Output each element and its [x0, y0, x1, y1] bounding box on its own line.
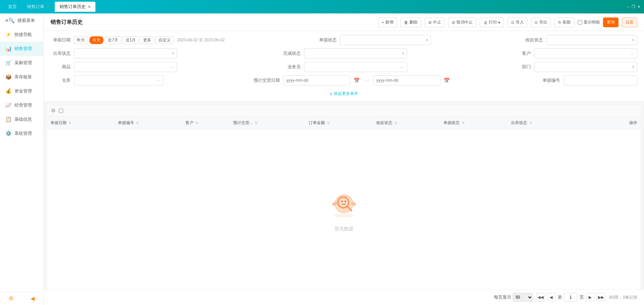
prev-page-btn[interactable]: ◀: [547, 293, 556, 302]
tab-sales-order[interactable]: 销售订单 ✕: [22, 2, 54, 12]
new-icon: +: [382, 20, 384, 25]
minimize-btn[interactable]: ─: [627, 4, 630, 9]
col-out-status-sort[interactable]: ⇅: [529, 121, 532, 125]
new-button[interactable]: + 新增: [378, 17, 397, 27]
per-page-label: 每页显示: [494, 294, 511, 300]
col-date[interactable]: 单据日期 ⇅: [47, 117, 115, 129]
refresh-button-label: 刷新: [563, 20, 571, 25]
expected-date-start[interactable]: [283, 75, 350, 85]
sidebar-item-quick-nav[interactable]: ⚡ 快捷导航: [0, 28, 43, 42]
goods-dots[interactable]: ···: [170, 64, 174, 70]
sidebar-item-purchase-mgmt[interactable]: 🛒 采购管理: [0, 56, 43, 70]
query-button[interactable]: 查询: [603, 17, 618, 27]
payment-status-select[interactable]: ▾: [546, 35, 637, 45]
stop-button-label: 中止: [433, 20, 441, 25]
sidebar-item-operations[interactable]: 📈 经营管理: [0, 98, 43, 112]
col-customer-sort[interactable]: ⇅: [196, 121, 198, 125]
select-all-checkbox[interactable]: [59, 109, 63, 113]
col-payment-status-sort[interactable]: ⇅: [394, 121, 397, 125]
sidebar-item-basic-info-label: 基础信息: [14, 116, 32, 122]
restore-btn[interactable]: ❐: [632, 4, 635, 9]
page-number-input[interactable]: [564, 293, 577, 302]
date-btn-more[interactable]: 更多: [140, 36, 154, 44]
stop-button[interactable]: ⊘ 中止: [425, 17, 445, 27]
bill-status-select[interactable]: ▾: [340, 35, 431, 45]
show-details-checkbox-label[interactable]: 显示明细: [578, 20, 600, 25]
col-customer[interactable]: 客户 ⇅: [182, 117, 230, 129]
col-payment-status-label: 收款状态: [376, 120, 392, 125]
sidebar-item-finance[interactable]: 💰 资金管理: [0, 84, 43, 98]
col-expected-date-sort[interactable]: ⇅: [255, 121, 257, 125]
top-bar: 首页 销售订单 ✕ 销售订单历史 ✕ ─ ❐ ✕: [0, 0, 644, 13]
tab-sales-order-history-close[interactable]: ✕: [88, 5, 91, 9]
next-page-btn[interactable]: ▶: [586, 293, 595, 302]
sidebar-item-basic-info[interactable]: 📋 基础信息: [0, 112, 43, 126]
collapse-bar[interactable]: ∧ 收起更多条件: [50, 89, 637, 97]
col-out-status[interactable]: 出库状态 ⇅: [508, 117, 575, 129]
salesperson-select[interactable]: ···: [304, 62, 407, 72]
page-title: 销售订单历史: [50, 19, 83, 26]
delete-button[interactable]: 🗑 删除: [400, 17, 421, 27]
show-details-checkbox[interactable]: [578, 20, 582, 25]
sidebar-item-sales-mgmt[interactable]: 📊 销售管理: [0, 42, 43, 56]
sidebar-item-sales-mgmt-label: 销售管理: [14, 46, 32, 52]
settings-button[interactable]: 设置: [622, 17, 637, 27]
print-button[interactable]: 🖨 打印 ▾: [480, 17, 504, 27]
last-page-btn[interactable]: ▶▶: [597, 293, 605, 302]
col-bill-status-sort[interactable]: ⇅: [462, 121, 465, 125]
operations-icon: 📈: [5, 102, 12, 108]
date-label: 单据日期: [50, 37, 71, 43]
col-payment-status[interactable]: 收款状态 ⇅: [373, 117, 440, 129]
date-btn-7days[interactable]: 近7天: [105, 36, 121, 44]
department-select[interactable]: ▾: [534, 62, 637, 72]
sidebar-item-search-menu-label: 搜索菜单: [17, 17, 35, 24]
bill-number-input[interactable]: [563, 75, 637, 85]
page-title-row: 销售订单历史 + 新增 🗑 删除 ⊘ 中止 ⊘: [50, 17, 637, 27]
customer-label: 客户: [511, 50, 531, 56]
complete-status-label: 完成状态: [281, 50, 301, 56]
tab-sales-order-close[interactable]: ✕: [46, 5, 49, 9]
export-button[interactable]: ⊙ 导出: [531, 17, 551, 27]
first-page-btn[interactable]: ◀◀: [536, 293, 545, 302]
customer-dots[interactable]: ···: [630, 51, 634, 56]
out-status-select[interactable]: ▾: [74, 48, 177, 59]
date-btn-yesterday[interactable]: 昨天: [74, 36, 88, 44]
refresh-button[interactable]: ↻ 刷新: [554, 17, 574, 27]
col-number[interactable]: 单据编号 ⇅: [115, 117, 182, 129]
table-wrapper: ⚙ 单据日期 ⇅ 单据编号 ⇅ 客户: [47, 105, 641, 289]
svg-point-6: [344, 200, 346, 202]
col-amount[interactable]: 订单金额 ⇅: [305, 117, 373, 129]
sidebar-item-search-menu[interactable]: ≡🔍 搜索菜单: [0, 13, 43, 28]
col-expected-date[interactable]: 预计交货... ⇅: [230, 117, 305, 129]
date-buttons: 昨天 今天 近7天 近1月 更多 自定义 2023-06-02 至 2023-0…: [74, 36, 225, 44]
goods-select[interactable]: ···: [74, 62, 177, 72]
sidebar-collapse-icon[interactable]: ◀: [31, 295, 35, 302]
import-button[interactable]: ⊙ 导入: [507, 17, 527, 27]
per-page-dropdown[interactable]: 50 10 20 100: [513, 293, 533, 302]
cancel-stop-button[interactable]: ⊘ 取消中止: [448, 17, 476, 27]
warehouse-select[interactable]: ···: [74, 75, 164, 85]
tab-home[interactable]: 首页: [3, 2, 22, 12]
col-date-sort[interactable]: ⇅: [69, 121, 71, 125]
customer-select[interactable]: ···: [534, 48, 637, 59]
sidebar-item-inventory[interactable]: 📦 库存核算: [0, 70, 43, 84]
warehouse-dots[interactable]: ···: [157, 78, 161, 83]
calendar-start-icon[interactable]: 📅: [354, 78, 359, 83]
salesperson-dots[interactable]: ···: [400, 64, 404, 70]
date-btn-today[interactable]: 今天: [89, 36, 103, 44]
date-btn-1month[interactable]: 近1月: [123, 36, 139, 44]
close-btn[interactable]: ✕: [637, 4, 641, 9]
col-bill-status[interactable]: 单据状态 ⇅: [440, 117, 508, 129]
filter-row-1: 单据日期 昨天 今天 近7天 近1月 更多 自定义 2023-06-02 至 2…: [50, 35, 637, 45]
sidebar: ≡🔍 搜索菜单 ⚡ 快捷导航 📊 销售管理 🛒 采购管理 📦 库存核算 💰 资金…: [0, 13, 44, 305]
sidebar-settings-icon[interactable]: ⚙: [9, 295, 13, 302]
column-settings-icon[interactable]: ⚙: [51, 108, 55, 114]
sidebar-item-system-mgmt[interactable]: ⚙️ 系统管理: [0, 126, 43, 141]
date-btn-custom[interactable]: 自定义: [156, 36, 174, 44]
col-amount-sort[interactable]: ⇅: [327, 121, 330, 125]
complete-status-select[interactable]: ▾: [304, 48, 407, 59]
expected-date-end[interactable]: [373, 75, 440, 85]
col-number-sort[interactable]: ⇅: [136, 121, 139, 125]
tab-sales-order-history[interactable]: 销售订单历史 ✕: [55, 2, 95, 12]
calendar-end-icon[interactable]: 📅: [444, 78, 449, 83]
